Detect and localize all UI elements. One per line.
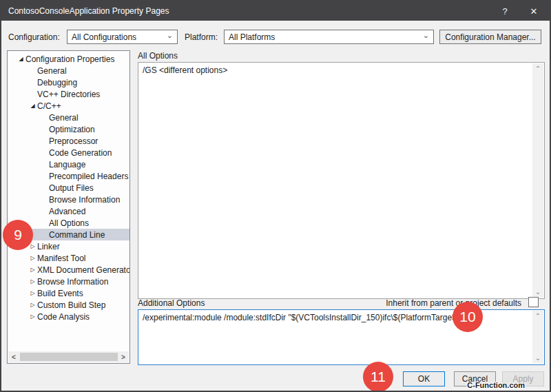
tree-item-code-generation[interactable]: Code Generation xyxy=(8,147,129,158)
scrollbar-thumb[interactable] xyxy=(20,353,118,361)
tree-item-label: Code Generation xyxy=(49,148,112,158)
platform-label: Platform: xyxy=(185,32,218,42)
step-badge-11: 11 xyxy=(363,362,393,392)
configuration-label: Configuration: xyxy=(8,32,60,42)
tree-item-label: Manifest Tool xyxy=(37,254,85,263)
tree-item-output-files[interactable]: Output Files xyxy=(8,182,129,194)
all-options-value: /GS <different options> xyxy=(143,65,227,75)
tree-item-optimization[interactable]: Optimization xyxy=(8,123,129,135)
tree-collapsed-icon[interactable]: ▷ xyxy=(28,255,37,261)
all-options-scrollbar[interactable]: ⌃ ⌄ xyxy=(532,63,543,298)
scroll-left-icon[interactable]: < xyxy=(8,353,19,361)
close-icon[interactable]: ✕ xyxy=(522,1,545,21)
tree-item-label: Build Events xyxy=(37,289,83,298)
tree-item-label: C/C++ xyxy=(37,101,61,111)
step-badge-9: 9 xyxy=(3,220,33,250)
tree-item-build-events[interactable]: ▷Build Events xyxy=(8,287,129,299)
tree-item-label: Browse Information xyxy=(49,195,120,205)
tree-item-label: Preprocessor xyxy=(49,136,98,146)
scroll-up-icon[interactable]: ⌃ xyxy=(532,64,543,74)
tree-item-general[interactable]: General xyxy=(8,112,129,123)
config-tree: ◢Configuration PropertiesGeneralDebuggin… xyxy=(8,53,129,322)
step-badge-10: 10 xyxy=(453,302,483,332)
tree-item-c-c-[interactable]: ◢C/C++ xyxy=(8,100,129,112)
platform-value: All Platforms xyxy=(229,32,275,42)
tree-collapsed-icon[interactable]: ▷ xyxy=(28,313,37,320)
configuration-value: All Configurations xyxy=(72,32,136,42)
scroll-up-icon[interactable]: ⌃ xyxy=(532,311,543,321)
help-icon[interactable]: ? xyxy=(493,1,517,21)
inherit-defaults-checkbox[interactable] xyxy=(528,297,539,307)
tree-item-general[interactable]: General xyxy=(8,65,129,76)
tree-item-manifest-tool[interactable]: ▷Manifest Tool xyxy=(8,252,129,264)
tree-item-label: Configuration Properties xyxy=(25,54,114,64)
configuration-select[interactable]: All Configurations ⌄ xyxy=(67,30,178,44)
tree-item-language[interactable]: Language xyxy=(8,158,129,170)
platform-select[interactable]: All Platforms ⌄ xyxy=(224,30,434,44)
property-pages-dialog: ContosoConsoleApplication Property Pages… xyxy=(0,0,551,392)
tree-item-label: Output Files xyxy=(49,183,94,193)
tree-expanded-icon[interactable]: ◢ xyxy=(28,103,37,109)
additional-options-value: /experimental:module /module:stdIfcDir "… xyxy=(143,313,460,322)
tree-item-label: Custom Build Step xyxy=(37,300,105,310)
tree-item-configuration-properties[interactable]: ◢Configuration Properties xyxy=(8,53,129,65)
tree-item-browse-information[interactable]: Browse Information xyxy=(8,194,129,205)
inherit-defaults-label: Inherit from parent or project defaults xyxy=(346,298,521,308)
tree-item-debugging[interactable]: Debugging xyxy=(8,76,129,88)
tree-item-label: Linker xyxy=(37,242,60,251)
window-title: ContosoConsoleApplication Property Pages xyxy=(8,6,169,16)
tree-item-label: Advanced xyxy=(49,207,85,216)
tree-item-label: Optimization xyxy=(49,125,95,134)
configuration-tree-panel: ◢Configuration PropertiesGeneralDebuggin… xyxy=(7,50,130,364)
tree-collapsed-icon[interactable]: ▷ xyxy=(28,267,37,273)
all-options-textbox[interactable]: /GS <different options> ⌃ ⌄ xyxy=(138,62,545,299)
tree-item-precompiled-headers[interactable]: Precompiled Headers xyxy=(8,170,129,182)
tree-item-label: VC++ Directories xyxy=(37,90,100,99)
tree-item-label: Browse Information xyxy=(37,277,108,287)
tree-item-xml-document-generator[interactable]: ▷XML Document Generator xyxy=(8,264,129,276)
tree-item-label: Debugging xyxy=(37,78,77,87)
chevron-down-icon: ⌄ xyxy=(167,31,173,40)
tree-item-label: Precompiled Headers xyxy=(49,172,128,181)
tree-item-vc-directories[interactable]: VC++ Directories xyxy=(8,88,129,100)
all-options-label: All Options xyxy=(138,51,178,61)
tree-item-label: Language xyxy=(49,160,85,169)
tree-expanded-icon[interactable]: ◢ xyxy=(17,56,25,62)
configuration-manager-button[interactable]: Configuration Manager... xyxy=(439,30,541,44)
tree-item-browse-information[interactable]: ▷Browse Information xyxy=(8,276,129,287)
scroll-down-icon[interactable]: ⌄ xyxy=(532,287,543,297)
ok-button[interactable]: OK xyxy=(403,371,445,386)
tree-item-label: General xyxy=(49,113,79,123)
tree-item-label: Code Analysis xyxy=(37,312,90,322)
tree-item-code-analysis[interactable]: ▷Code Analysis xyxy=(8,311,129,322)
chevron-down-icon: ⌄ xyxy=(423,31,429,40)
tree-horizontal-scrollbar[interactable]: < > xyxy=(8,351,129,362)
tree-item-label: All Options xyxy=(49,218,89,228)
tree-item-custom-build-step[interactable]: ▷Custom Build Step xyxy=(8,299,129,311)
tree-item-label: General xyxy=(37,66,67,76)
watermark: C-Function.com xyxy=(467,381,525,389)
tree-collapsed-icon[interactable]: ▷ xyxy=(28,278,37,285)
tree-item-label: XML Document Generator xyxy=(37,265,130,275)
title-bar: ContosoConsoleApplication Property Pages… xyxy=(1,1,550,21)
tree-item-label: Command Line xyxy=(49,230,105,240)
scroll-down-icon[interactable]: ⌄ xyxy=(532,353,543,363)
additional-options-textbox[interactable]: /experimental:module /module:stdIfcDir "… xyxy=(138,309,545,365)
tree-item-preprocessor[interactable]: Preprocessor xyxy=(8,135,129,147)
tree-collapsed-icon[interactable]: ▷ xyxy=(28,302,37,308)
additional-options-label: Additional Options xyxy=(138,298,205,308)
tree-item-advanced[interactable]: Advanced xyxy=(8,205,129,217)
scroll-right-icon[interactable]: > xyxy=(118,353,129,361)
additional-options-scrollbar[interactable]: ⌃ ⌄ xyxy=(532,311,543,364)
tree-collapsed-icon[interactable]: ▷ xyxy=(28,290,37,296)
